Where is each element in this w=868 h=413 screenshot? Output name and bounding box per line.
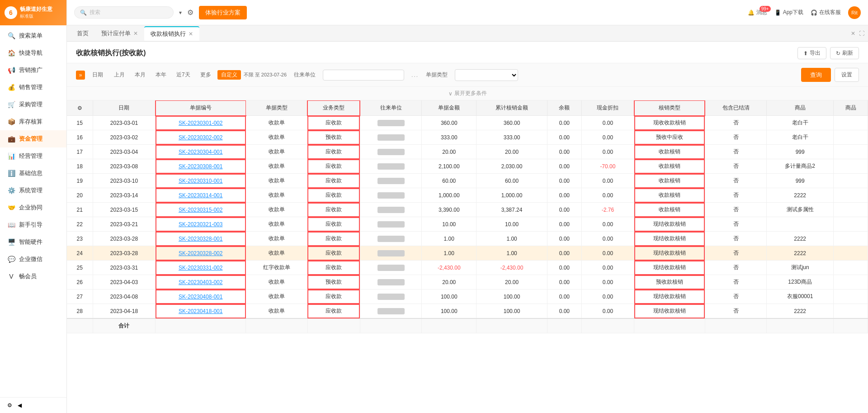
sidebar-item-operation[interactable]: 📊经营管理: [0, 147, 66, 165]
topbar-actions: 🔔 消息 99+ 📱 App下载 🎧 在线客服 Rit: [748, 6, 861, 19]
bill-no-link[interactable]: SK-20230403-002: [179, 279, 222, 285]
collapse-icon[interactable]: ◀: [18, 402, 22, 408]
cell-include_settled: 否: [705, 246, 767, 261]
cell-date: 2023-03-28: [93, 232, 156, 246]
col-header-product: 商品: [767, 100, 834, 116]
search-box[interactable]: 🔍 搜索: [74, 6, 174, 19]
cell-bill_no[interactable]: SK-20230328-002: [156, 246, 246, 261]
col-header-total_offset: 累计核销金额: [476, 100, 547, 116]
maximize-icon[interactable]: ⛶: [859, 30, 864, 37]
date-7days[interactable]: 近7天: [173, 70, 194, 80]
date-this-month[interactable]: 本月: [131, 70, 149, 80]
bill-no-link[interactable]: SK-20230302-002: [179, 134, 222, 141]
tab-home[interactable]: 首页: [71, 27, 95, 40]
partner-input[interactable]: [323, 70, 404, 81]
online-service-button[interactable]: 🎧 在线客服: [811, 9, 841, 16]
export-button[interactable]: ⬆ 导出: [797, 47, 826, 59]
sidebar-item-member[interactable]: V畅会员: [0, 268, 66, 285]
gear-icon[interactable]: ⚙: [187, 8, 193, 17]
sidebar-item-wechat[interactable]: 💬企业微信: [0, 251, 66, 268]
cell-bill_no[interactable]: SK-20230301-002: [156, 116, 246, 130]
cell-bill_no[interactable]: SK-20230418-001: [156, 304, 246, 319]
sidebar-item-inventory[interactable]: 📦库存核算: [0, 113, 66, 130]
cell-balance: 0.00: [547, 290, 581, 304]
sidebar-item-sales[interactable]: 💰销售管理: [0, 79, 66, 96]
tab-close-prepay[interactable]: ✕: [133, 30, 138, 37]
app-download-button[interactable]: 📱 App下载: [774, 9, 803, 16]
cell-bill_no[interactable]: SK-20230314-001: [156, 188, 246, 203]
cell-bill_no[interactable]: SK-20230315-002: [156, 203, 246, 217]
footer-cell-date: 合计: [93, 318, 156, 333]
bill-no-link[interactable]: SK-20230331-002: [179, 265, 222, 271]
cell-bill_no[interactable]: SK-20230304-001: [156, 145, 246, 159]
cell-bill_no[interactable]: SK-20230308-001: [156, 159, 246, 174]
table-body: 152023-03-01SK-20230301-002收款单应收款 360.00…: [67, 116, 868, 319]
settings-button[interactable]: 设置: [835, 68, 859, 82]
bill-no-link[interactable]: SK-20230315-002: [179, 207, 222, 213]
cell-include_settled: 否: [705, 203, 767, 217]
refresh-button[interactable]: ↻ 刷新: [830, 47, 859, 59]
sidebar-item-hardware[interactable]: 🖥️智能硬件: [0, 233, 66, 251]
query-button[interactable]: 查询: [801, 68, 831, 82]
cell-bill_no[interactable]: SK-20230310-001: [156, 174, 246, 188]
bill-no-link[interactable]: SK-20230328-001: [179, 236, 222, 242]
sidebar-item-purchase[interactable]: 🛒采购管理: [0, 96, 66, 113]
sidebar-item-quick-nav[interactable]: 🏠快捷导航: [0, 44, 66, 62]
user-avatar[interactable]: Rit: [848, 6, 861, 19]
cell-amount: 2,100.00: [422, 159, 476, 174]
notification-button[interactable]: 🔔 消息 99+: [748, 9, 767, 16]
solution-button[interactable]: 体验行业方案: [199, 6, 247, 19]
date-more[interactable]: 更多: [197, 70, 215, 80]
sidebar-item-marketing[interactable]: 📢营销推广: [0, 62, 66, 79]
cell-bill_no[interactable]: SK-20230321-003: [156, 217, 246, 232]
expand-conditions-bar[interactable]: ∨ 展开更多条件: [67, 87, 868, 100]
date-this-year[interactable]: 本年: [152, 70, 170, 80]
sidebar-item-system[interactable]: ⚙️系统管理: [0, 182, 66, 199]
sidebar-item-basic[interactable]: ℹ️基础信息: [0, 165, 66, 182]
bill-no-link[interactable]: SK-20230418-001: [179, 308, 222, 314]
tab-prepay[interactable]: 预计应付单✕: [95, 27, 144, 40]
bill-no-link[interactable]: SK-20230328-002: [179, 250, 222, 256]
close-window-icon[interactable]: ✕: [851, 30, 855, 37]
cell-date: 2023-03-28: [93, 246, 156, 261]
cell-bill_no[interactable]: SK-20230408-001: [156, 290, 246, 304]
cell-bill_no[interactable]: SK-20230331-002: [156, 261, 246, 275]
date-last-month[interactable]: 上月: [110, 70, 128, 80]
cell-offset_type: 现结收款核销: [634, 304, 705, 319]
bill-no-link[interactable]: SK-20230308-001: [179, 163, 222, 170]
sidebar-item-finance[interactable]: 💼资金管理: [0, 130, 66, 147]
table-row: 232023-03-28SK-20230328-001收款单应收款 1.001.…: [67, 232, 868, 246]
cell-bill_no[interactable]: SK-20230403-002: [156, 275, 246, 290]
filter-expand-arrow[interactable]: »: [76, 71, 85, 80]
sidebar-item-enterprise[interactable]: 🤝企业协同: [0, 199, 66, 216]
bill-no-link[interactable]: SK-20230304-001: [179, 149, 222, 155]
sidebar-item-search-menu[interactable]: 🔍搜索菜单: [0, 27, 66, 44]
cell-product2: [834, 130, 868, 145]
cell-balance: 0.00: [547, 116, 581, 130]
cell-bill_no[interactable]: SK-20230302-002: [156, 130, 246, 145]
bill-no-link[interactable]: SK-20230314-001: [179, 192, 222, 199]
cell-total_offset: 333.00: [476, 130, 547, 145]
bill-type-select[interactable]: [455, 69, 518, 81]
cell-bill_type: 收款单: [246, 116, 308, 130]
bill-no-link[interactable]: SK-20230310-001: [179, 178, 222, 184]
bill-no-link[interactable]: SK-20230321-003: [179, 221, 222, 228]
cell-include_settled: 否: [705, 232, 767, 246]
app-logo: 6 畅康道好生意 标准版: [0, 0, 66, 25]
cell-setting: 21: [67, 203, 93, 217]
filter-area: » 日期 上月 本月 本年 近7天 更多 自定义 不限 至 2023-07-26…: [67, 63, 868, 87]
cell-total_offset: 60.00: [476, 174, 547, 188]
tab-collection[interactable]: 收款核销执行✕: [144, 26, 199, 41]
cell-balance: 0.00: [547, 159, 581, 174]
settings-icon[interactable]: ⚙: [7, 402, 12, 408]
tab-close-collection[interactable]: ✕: [189, 31, 193, 37]
filter-dots: ...: [411, 72, 419, 78]
date-custom[interactable]: 自定义: [217, 70, 241, 80]
cell-bill_type: 收款单: [246, 145, 308, 159]
sidebar-item-guide[interactable]: 📖新手引导: [0, 216, 66, 233]
bill-no-link[interactable]: SK-20230408-001: [179, 294, 222, 300]
cell-bill_no[interactable]: SK-20230328-001: [156, 232, 246, 246]
col-header-cash_discount: 现金折扣: [581, 100, 634, 116]
nav-dropdown[interactable]: ▾: [179, 9, 182, 16]
bill-no-link[interactable]: SK-20230301-002: [179, 120, 222, 126]
